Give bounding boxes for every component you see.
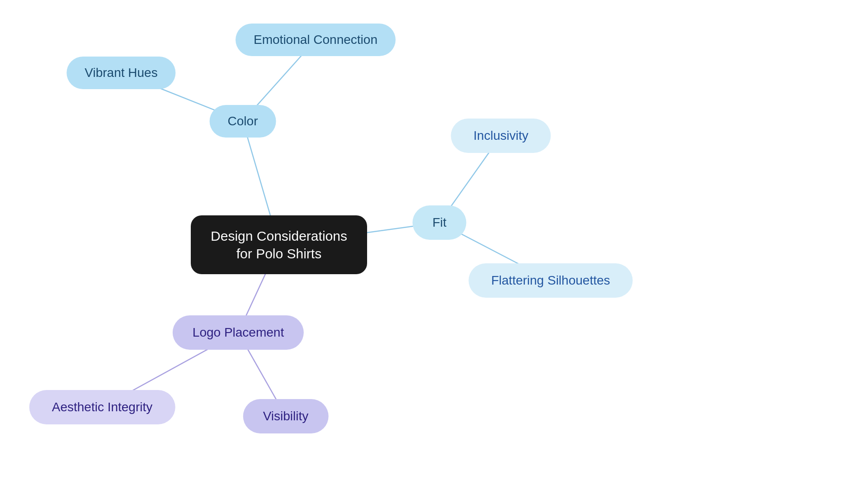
inclusivity-node: Inclusivity (451, 119, 551, 153)
visibility-node: Visibility (243, 399, 329, 433)
center-node-label: Design Considerations for Polo Shirts (204, 227, 354, 262)
color-node-label: Color (228, 114, 258, 128)
flattering-silhouettes-node: Flattering Silhouettes (468, 263, 632, 298)
fit-node: Fit (412, 205, 466, 240)
vibrant-hues-node: Vibrant Hues (66, 57, 175, 89)
emotional-connection-node: Emotional Connection (236, 24, 396, 56)
logo-placement-label: Logo Placement (193, 325, 284, 340)
logo-placement-node: Logo Placement (173, 315, 304, 350)
emotional-connection-label: Emotional Connection (254, 33, 377, 47)
visibility-label: Visibility (263, 409, 309, 423)
inclusivity-label: Inclusivity (473, 128, 528, 143)
vibrant-hues-label: Vibrant Hues (85, 66, 157, 80)
aesthetic-integrity-label: Aesthetic Integrity (52, 400, 153, 414)
flattering-silhouettes-label: Flattering Silhouettes (491, 273, 610, 288)
fit-node-label: Fit (432, 215, 446, 230)
aesthetic-integrity-node: Aesthetic Integrity (29, 390, 175, 424)
center-node: Design Considerations for Polo Shirts (191, 215, 367, 274)
color-node: Color (210, 105, 276, 138)
